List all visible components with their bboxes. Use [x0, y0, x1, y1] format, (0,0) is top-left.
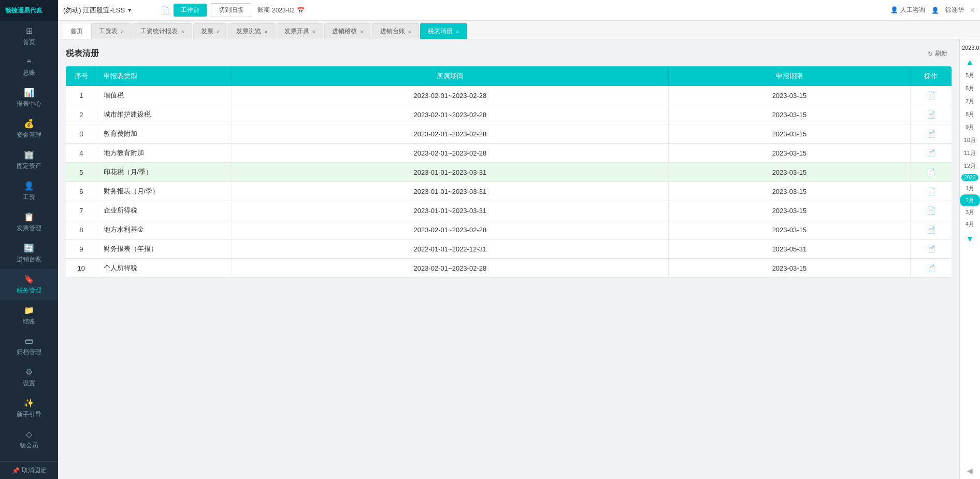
tab-invoice-query-close[interactable]: ×	[264, 29, 267, 35]
tab-purchase-ledger[interactable]: 进销台账 ×	[372, 23, 419, 39]
tab-purchase-audit[interactable]: 进销稽核 ×	[324, 23, 371, 39]
cell-action[interactable]: 📄	[910, 201, 952, 220]
pin-toggle[interactable]: 📌 取消固定	[0, 461, 58, 479]
sidebar-item-funds[interactable]: 💰 资金管理	[0, 114, 58, 145]
tab-invoice-open-label: 发票开具	[284, 27, 309, 36]
cell-action[interactable]: 📄	[910, 163, 952, 182]
sidebar-item-purchase[interactable]: 🔄 进销台账	[0, 238, 58, 269]
action-doc-icon[interactable]: 📄	[927, 110, 935, 119]
month-2023-1[interactable]: 1月	[960, 182, 980, 194]
action-doc-icon[interactable]: 📄	[927, 130, 935, 138]
tab-purchase-audit-close[interactable]: ×	[360, 29, 363, 35]
month-2023-4[interactable]: 4月	[960, 218, 980, 230]
tab-invoice-open[interactable]: 发票开具 ×	[277, 23, 323, 39]
tab-payroll-report[interactable]: 工资统计报表 ×	[133, 23, 192, 39]
col-no: 序号	[66, 66, 97, 86]
cell-no: 2	[66, 105, 97, 124]
cell-deadline: 2023-03-15	[669, 201, 910, 220]
sidebar-item-report[interactable]: 📊 报表中心	[0, 82, 58, 114]
company-selector[interactable]: (勿动) 江西股宜-LSS ▼	[63, 6, 156, 15]
sidebar-item-guide[interactable]: ✨ 新手引导	[0, 393, 58, 424]
sidebar-item-member[interactable]: ◇ 畅会员	[0, 424, 58, 455]
cell-action[interactable]: 📄	[910, 182, 952, 201]
action-doc-icon[interactable]: 📄	[927, 149, 935, 157]
tab-invoice[interactable]: 发票 ×	[193, 23, 227, 39]
col-action: 操作	[910, 66, 952, 86]
cell-action[interactable]: 📄	[910, 259, 952, 278]
cell-action[interactable]: 📄	[910, 105, 952, 124]
sidebar-label-report: 报表中心	[17, 100, 41, 108]
panel-collapse-button[interactable]: ◀	[965, 464, 975, 477]
action-doc-icon[interactable]: 📄	[927, 264, 935, 272]
sidebar-item-assets[interactable]: 🏢 固定资产	[0, 145, 58, 176]
sidebar-label-close: 结账	[23, 317, 35, 326]
consultation-button[interactable]: 👤 人工咨询	[890, 6, 925, 15]
cell-action[interactable]: 📄	[910, 240, 952, 259]
tax-table: 序号 申报表类型 所属期间 申报期限 操作 1 增值税 2023-02-01~2…	[66, 66, 952, 278]
close-ledger-icon: 📁	[24, 305, 34, 315]
cell-deadline: 2023-03-15	[669, 124, 910, 144]
tab-payroll[interactable]: 工资表 ×	[91, 23, 132, 39]
tab-invoice-close[interactable]: ×	[217, 29, 220, 35]
sidebar-item-close[interactable]: 📁 结账	[0, 300, 58, 331]
action-doc-icon[interactable]: 📄	[927, 206, 935, 215]
panel-nav-up[interactable]: ▲	[964, 55, 976, 69]
month-6[interactable]: 6月	[960, 82, 980, 95]
tab-payroll-close[interactable]: ×	[121, 29, 124, 35]
year-2023-label: 2023	[961, 174, 978, 181]
tab-invoice-label: 发票	[201, 27, 213, 36]
month-12[interactable]: 12月	[960, 160, 980, 173]
month-8[interactable]: 8月	[960, 108, 980, 121]
switch-old-button[interactable]: 切到旧版	[211, 3, 251, 17]
topbar-close-button[interactable]: ×	[970, 6, 975, 15]
cell-type: 地方教育附加	[97, 144, 232, 163]
action-doc-icon[interactable]: 📄	[927, 91, 935, 100]
month-5[interactable]: 5月	[960, 69, 980, 82]
sidebar-item-payroll[interactable]: 👤 工资	[0, 176, 58, 207]
sidebar-item-archive[interactable]: 🗃 归档管理	[0, 331, 58, 362]
cell-type: 个人所得税	[97, 259, 232, 278]
ledger-icon: ≡	[26, 57, 31, 66]
action-doc-icon[interactable]: 📄	[927, 168, 935, 176]
table-row: 2 城市维护建设税 2023-02-01~2023-02-28 2023-03-…	[66, 105, 952, 124]
tab-payroll-report-close[interactable]: ×	[181, 29, 184, 35]
username: 徐逢华	[945, 6, 964, 15]
sidebar-item-home[interactable]: ⊞ 首页	[0, 21, 58, 52]
month-2023-2[interactable]: 2月	[960, 194, 980, 206]
tab-tax-list-close[interactable]: ×	[456, 29, 459, 35]
tab-invoice-query[interactable]: 发票浏览 ×	[228, 23, 275, 39]
cell-action[interactable]: 📄	[910, 124, 952, 144]
panel-nav-down[interactable]: ▼	[964, 232, 976, 246]
action-doc-icon[interactable]: 📄	[927, 245, 935, 253]
cell-action[interactable]: 📄	[910, 86, 952, 105]
tab-payroll-label: 工资表	[99, 27, 118, 36]
sidebar-item-settings[interactable]: ⚙ 设置	[0, 362, 58, 393]
month-7[interactable]: 7月	[960, 95, 980, 108]
refresh-button[interactable]: ↻ 刷新	[924, 47, 952, 60]
cell-no: 1	[66, 86, 97, 105]
workbench-button[interactable]: 工作台	[174, 4, 207, 17]
sidebar-item-invoice[interactable]: 📋 发票管理	[0, 207, 58, 238]
month-9[interactable]: 9月	[960, 121, 980, 134]
cell-no: 3	[66, 124, 97, 144]
home-icon: ⊞	[26, 26, 33, 36]
month-2023-3[interactable]: 3月	[960, 206, 980, 218]
table-row: 1 增值税 2023-02-01~2023-02-28 2023-03-15 📄	[66, 86, 952, 105]
month-10[interactable]: 10月	[960, 134, 980, 147]
tab-purchase-ledger-close[interactable]: ×	[408, 29, 411, 35]
action-doc-icon[interactable]: 📄	[927, 187, 935, 195]
tab-tax-list[interactable]: 税表清册 ×	[420, 23, 467, 39]
sidebar-item-ledger[interactable]: ≡ 总账	[0, 52, 58, 82]
tab-home[interactable]: 首页	[63, 24, 90, 39]
month-11[interactable]: 11月	[960, 147, 980, 160]
action-doc-icon[interactable]: 📄	[927, 226, 935, 234]
report-icon: 📊	[24, 88, 34, 97]
tab-invoice-open-close[interactable]: ×	[312, 29, 315, 35]
sidebar-item-tax[interactable]: 🔖 税务管理	[0, 269, 58, 300]
sidebar-label-funds: 资金管理	[17, 131, 41, 139]
guide-icon: ✨	[24, 398, 34, 408]
cell-action[interactable]: 📄	[910, 220, 952, 240]
payroll-icon: 👤	[24, 181, 34, 191]
sidebar-label-tax: 税务管理	[17, 286, 41, 295]
cell-action[interactable]: 📄	[910, 144, 952, 163]
